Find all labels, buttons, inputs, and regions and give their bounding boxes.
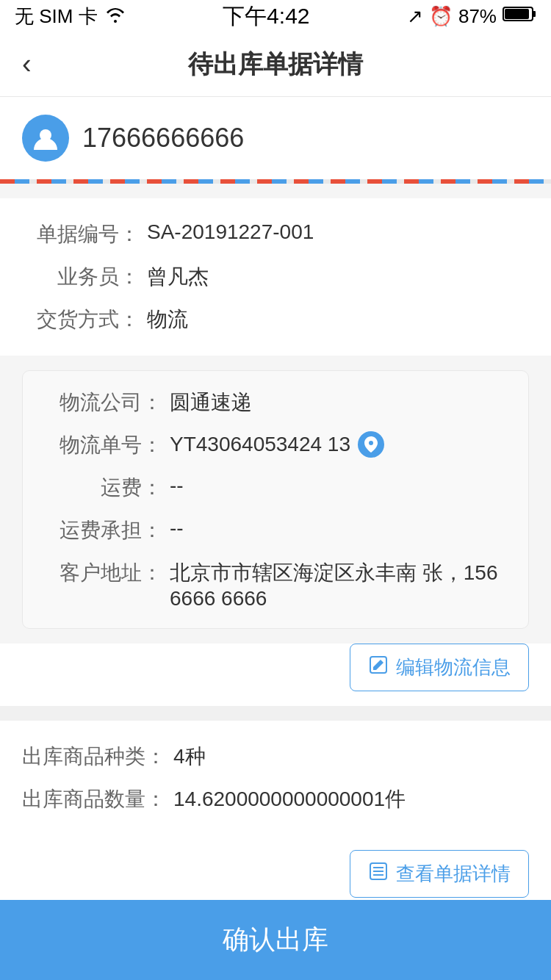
location-icon: ↗	[407, 5, 423, 28]
status-bar: 无 SIM 卡 下午4:42 ↗ ⏰ 87%	[0, 0, 551, 32]
edit-logistics-label: 编辑物流信息	[396, 655, 511, 680]
freight-value: --	[162, 474, 506, 497]
stock-section: 出库商品种类： 4种 出库商品数量： 14.6200000000000001件	[0, 721, 551, 835]
sales-person-label: 业务员：	[22, 263, 140, 291]
order-number-value: SA-20191227-001	[140, 220, 529, 244]
view-detail-button[interactable]: 查看单据详情	[350, 850, 529, 898]
tracking-row: 物流单号： YT43064053424 13	[45, 431, 506, 459]
dashed-divider	[0, 179, 551, 184]
tracking-label: 物流单号：	[45, 431, 162, 459]
back-button[interactable]: ‹	[22, 48, 32, 80]
delivery-method-value: 物流	[140, 306, 529, 334]
sales-person-row: 业务员： 曾凡杰	[22, 263, 529, 291]
status-bar-left: 无 SIM 卡	[15, 4, 126, 29]
order-number-label: 单据编号：	[22, 220, 140, 248]
customer-avatar	[22, 115, 69, 162]
order-info-section: 单据编号： SA-20191227-001 业务员： 曾凡杰 交货方式： 物流	[0, 198, 551, 356]
stock-quantity-value: 14.6200000000000001件	[166, 785, 406, 813]
logistics-company-value: 圆通速递	[162, 389, 506, 417]
address-label: 客户地址：	[45, 559, 162, 587]
customer-header: 17666666666	[0, 97, 551, 179]
freight-bearer-value: --	[162, 516, 506, 540]
view-detail-label: 查看单据详情	[396, 861, 511, 887]
edit-logistics-button[interactable]: 编辑物流信息	[350, 644, 529, 691]
tracking-value: YT43064053424 13	[162, 431, 506, 458]
svg-rect-2	[505, 9, 529, 19]
main-content: 17666666666 单据编号： SA-20191227-001 业务员： 曾…	[0, 97, 551, 980]
logistics-box: 物流公司： 圆通速递 物流单号： YT43064053424 13 运费： --	[22, 370, 529, 629]
logistics-company-label: 物流公司：	[45, 389, 162, 417]
address-value: 北京市市辖区海淀区永丰南 张，156 6666 6666	[162, 559, 506, 610]
edit-button-container: 编辑物流信息	[0, 644, 551, 706]
freight-label: 运费：	[45, 474, 162, 502]
svg-rect-1	[533, 11, 536, 17]
status-bar-right: ↗ ⏰ 87%	[407, 5, 536, 28]
address-row: 客户地址： 北京市市辖区海淀区永丰南 张，156 6666 6666	[45, 559, 506, 610]
freight-bearer-row: 运费承担： --	[45, 516, 506, 544]
view-icon	[368, 861, 389, 887]
carrier-text: 无 SIM 卡	[15, 4, 98, 29]
gray-separator-1	[0, 706, 551, 721]
logistics-company-row: 物流公司： 圆通速递	[45, 389, 506, 417]
status-bar-time: 下午4:42	[223, 1, 309, 32]
battery-percent: 87%	[458, 5, 497, 28]
stock-types-row: 出库商品种类： 4种	[22, 743, 529, 771]
battery-icon	[503, 5, 536, 28]
edit-icon	[368, 655, 389, 680]
bottom-bar: 确认出库	[0, 900, 551, 980]
stock-quantity-label: 出库商品数量：	[22, 785, 166, 813]
sales-person-value: 曾凡杰	[140, 263, 529, 291]
freight-bearer-label: 运费承担：	[45, 516, 162, 544]
delivery-method-label: 交货方式：	[22, 306, 140, 334]
stock-types-label: 出库商品种类：	[22, 743, 166, 771]
nav-bar: ‹ 待出库单据详情	[0, 32, 551, 97]
page-title: 待出库单据详情	[188, 48, 363, 82]
stock-types-value: 4种	[166, 743, 206, 771]
stock-quantity-row: 出库商品数量： 14.6200000000000001件	[22, 785, 529, 813]
delivery-method-row: 交货方式： 物流	[22, 306, 529, 334]
wifi-icon	[105, 5, 126, 28]
customer-phone: 17666666666	[82, 123, 244, 154]
order-number-row: 单据编号： SA-20191227-001	[22, 220, 529, 248]
tracking-location-icon[interactable]	[358, 431, 384, 458]
alarm-icon: ⏰	[429, 5, 453, 28]
confirm-outbound-button[interactable]: 确认出库	[223, 922, 328, 958]
freight-row: 运费： --	[45, 474, 506, 502]
